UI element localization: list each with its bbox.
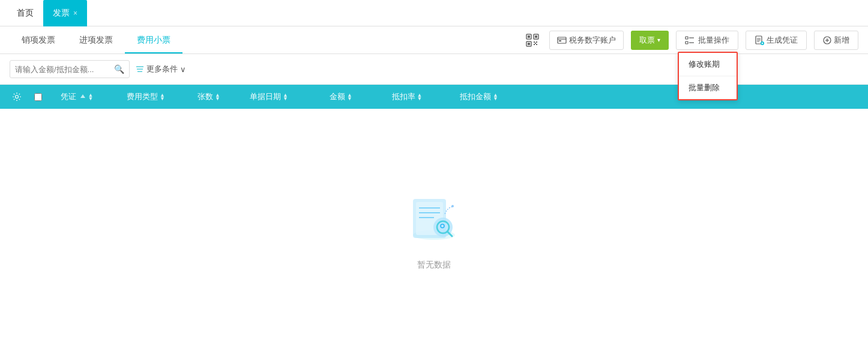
col-amount: 金额 ▲▼: [305, 91, 377, 102]
search-box[interactable]: 🔍: [10, 60, 130, 78]
tax-account-label: 税务数字账户: [569, 35, 616, 46]
main-content: 🔍 更多条件 ∨ 凭证: [0, 54, 868, 351]
add-label: 新增: [834, 35, 849, 46]
svg-rect-3: [535, 35, 537, 38]
svg-rect-8: [534, 44, 535, 45]
more-filter-label: 更多条件: [146, 64, 178, 75]
svg-rect-11: [558, 37, 566, 43]
generate-voucher-button[interactable]: 生成凭证: [746, 31, 807, 50]
tab-input-invoice[interactable]: 进项发票: [67, 26, 125, 53]
svg-point-31: [16, 96, 19, 99]
fetch-arrow-icon: ▾: [657, 37, 660, 43]
sub-nav: 销项发票 进项发票 费用小票: [0, 26, 868, 54]
col-expense-type: 费用类型 ▲▼: [107, 91, 185, 102]
table-header: 凭证 ▲▼ 费用类型 ▲▼ 张数 ▲▼ 单据日期 ▲▼ 金额: [0, 85, 868, 109]
more-filter-button[interactable]: 更多条件 ∨: [136, 64, 186, 75]
svg-rect-14: [686, 37, 688, 39]
dropdown-item-modify-period[interactable]: 修改账期: [679, 53, 737, 76]
batch-label: 批量操作: [698, 35, 729, 46]
select-all-checkbox[interactable]: [34, 93, 42, 101]
col-count: 张数 ▲▼: [185, 91, 233, 102]
table-body: 暂无数据: [0, 109, 868, 351]
svg-rect-13: [559, 40, 561, 41]
col-gear[interactable]: [5, 92, 29, 102]
col-checkbox[interactable]: [29, 93, 47, 101]
empty-text: 暂无数据: [417, 260, 451, 270]
tab-label: 发票: [53, 8, 70, 19]
tab-expense-receipt[interactable]: 费用小票: [125, 26, 182, 53]
nav-home[interactable]: 首页: [7, 0, 43, 26]
col-date: 单据日期 ▲▼: [233, 91, 305, 102]
col-deduct-amount: 抵扣金额 ▲▼: [437, 91, 521, 102]
tax-account-button[interactable]: 税务数字账户: [549, 31, 624, 50]
col-deduct-rate: 抵扣率 ▲▼: [377, 91, 437, 102]
empty-state: 暂无数据: [0, 154, 868, 307]
svg-rect-10: [535, 43, 536, 44]
svg-rect-5: [528, 43, 530, 45]
dropdown-item-batch-delete[interactable]: 批量删除: [679, 76, 737, 99]
svg-marker-32: [80, 94, 85, 98]
batch-operation-button[interactable]: 批量操作 修改账期 批量删除: [676, 31, 738, 50]
voucher-label: 生成凭证: [767, 35, 798, 46]
col-voucher: 凭证 ▲▼: [47, 91, 107, 102]
fetch-label: 取票: [639, 35, 655, 46]
tab-sales-invoice[interactable]: 销项发票: [10, 26, 67, 53]
fetch-invoice-button[interactable]: 取票 ▾: [631, 31, 669, 50]
batch-dropdown-menu: 修改账期 批量删除: [678, 52, 738, 100]
empty-illustration: [398, 190, 470, 250]
svg-rect-9: [536, 44, 537, 45]
top-nav: 首页 发票 ×: [0, 0, 868, 26]
svg-rect-6: [534, 41, 535, 43]
close-icon[interactable]: ×: [73, 9, 77, 17]
svg-rect-7: [536, 41, 537, 43]
search-input[interactable]: [15, 65, 112, 74]
nav-tab-invoice[interactable]: 发票 ×: [43, 0, 87, 26]
svg-point-43: [451, 205, 454, 207]
table-area: 凭证 ▲▼ 费用类型 ▲▼ 张数 ▲▼ 单据日期 ▲▼ 金额: [0, 85, 868, 351]
qr-button[interactable]: [523, 31, 542, 50]
sub-nav-right: 税务数字账户 取票 ▾ 批量操作 修改账期 批量删除: [523, 31, 858, 50]
add-button[interactable]: 新增: [814, 31, 858, 50]
sub-nav-left: 销项发票 进项发票 费用小票: [10, 26, 182, 53]
toolbar: 🔍 更多条件 ∨: [0, 54, 868, 85]
filter-arrow-icon: ∨: [180, 65, 186, 74]
svg-rect-1: [528, 35, 530, 38]
search-icon[interactable]: 🔍: [114, 64, 124, 74]
svg-rect-15: [686, 41, 688, 44]
